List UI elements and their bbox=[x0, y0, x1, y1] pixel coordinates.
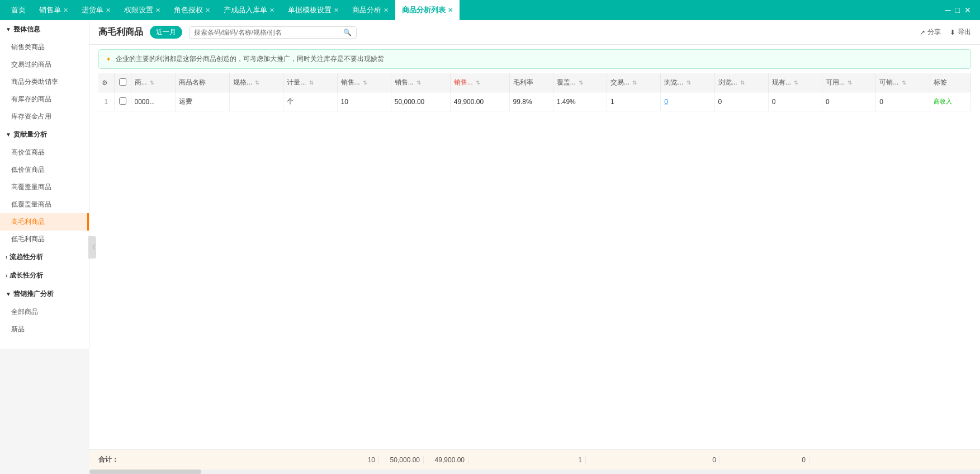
sidebar-item-high-value[interactable]: 高价值商品 bbox=[0, 144, 89, 161]
nav-analysis-list[interactable]: 商品分析列表 ✕ bbox=[395, 0, 460, 20]
sidebar-item-low-coverage[interactable]: 低覆盖量商品 bbox=[0, 196, 89, 213]
search-input[interactable] bbox=[194, 29, 341, 36]
row-spec bbox=[230, 92, 283, 111]
sort-view2[interactable]: ⇅ bbox=[740, 79, 745, 86]
data-table: ⚙ 商... ⇅ 商品名称 规格... bbox=[98, 73, 971, 111]
footer-bar: 合计： 10 50,000.00 49,900.00 1 0 0 bbox=[89, 449, 980, 470]
sidebar-item-traded-goods[interactable]: 交易过的商品 bbox=[0, 56, 89, 73]
nav-permissions-close[interactable]: ✕ bbox=[155, 0, 160, 20]
top-nav: 首页 销售单 ✕ 进货单 ✕ 权限设置 ✕ 角色授权 ✕ 产成品入库单 ✕ 单据… bbox=[0, 0, 980, 20]
sidebar-item-sales-goods[interactable]: 销售类商品 bbox=[0, 39, 89, 56]
sidebar-section-contribution[interactable]: ▼ 贡献量分析 bbox=[0, 125, 89, 144]
search-box: 🔍 bbox=[189, 26, 357, 39]
sort-stock-avail[interactable]: ⇅ bbox=[848, 79, 852, 86]
sidebar-wrapper: ▼ 整体信息 销售类商品 交易过的商品 商品分类助销率 有库存的商品 库存资金占… bbox=[0, 20, 89, 474]
window-controls: ─ □ ✕ bbox=[941, 6, 976, 15]
col-sale-amount: 销售... ⇅ bbox=[391, 73, 450, 92]
sort-unit[interactable]: ⇅ bbox=[309, 79, 314, 86]
sort-sale-qty[interactable]: ⇅ bbox=[363, 79, 367, 86]
row-sale-amount: 50,000.00 bbox=[391, 92, 450, 111]
sidebar-item-low-margin[interactable]: 低毛利商品 bbox=[0, 231, 89, 248]
nav-analysis[interactable]: 商品分析 ✕ bbox=[345, 0, 395, 20]
sidebar-section-overview[interactable]: ▼ 整体信息 bbox=[0, 20, 89, 39]
nav-analysis-list-close[interactable]: ✕ bbox=[448, 0, 453, 20]
col-name: 商品名称 bbox=[175, 73, 229, 92]
sidebar-collapse-btn[interactable]: 《 bbox=[88, 236, 96, 259]
row-stock-avail: 0 bbox=[822, 92, 876, 111]
table-row: 1 0000... 运费 个 10 50,000.00 49,900.00 99… bbox=[98, 92, 971, 111]
sidebar-item-high-coverage[interactable]: 高覆盖量商品 bbox=[0, 179, 89, 196]
col-view1: 浏览... ⇅ bbox=[661, 73, 714, 92]
nav-sales[interactable]: 销售单 ✕ bbox=[32, 0, 75, 20]
section-arrow-marketing: ▼ bbox=[6, 291, 11, 297]
nav-analysis-close[interactable]: ✕ bbox=[384, 0, 389, 20]
col-settings[interactable]: ⚙ bbox=[98, 73, 114, 92]
sidebar: ▼ 整体信息 销售类商品 交易过的商品 商品分类助销率 有库存的商品 库存资金占… bbox=[0, 20, 89, 349]
sort-stock-current[interactable]: ⇅ bbox=[794, 79, 798, 86]
nav-roles[interactable]: 角色授权 ✕ bbox=[167, 0, 217, 20]
nav-template-close[interactable]: ✕ bbox=[334, 0, 339, 20]
nav-sales-close[interactable]: ✕ bbox=[63, 0, 68, 20]
col-stock-avail: 可用... ⇅ bbox=[822, 73, 876, 92]
row-view1[interactable]: 0 bbox=[661, 92, 714, 111]
row-stock-sale: 0 bbox=[876, 92, 930, 111]
share-icon: ↗ bbox=[920, 29, 925, 36]
col-spec: 规格... ⇅ bbox=[230, 73, 283, 92]
row-code: 0000... bbox=[131, 92, 175, 111]
nav-home[interactable]: 首页 bbox=[4, 0, 32, 20]
sidebar-item-high-margin[interactable]: 高毛利商品 bbox=[0, 213, 89, 231]
row-stock-current: 0 bbox=[768, 92, 822, 111]
sort-spec[interactable]: ⇅ bbox=[255, 79, 259, 86]
settings-icon[interactable]: ⚙ bbox=[102, 79, 108, 87]
nav-warehouse-close[interactable]: ✕ bbox=[269, 0, 274, 20]
col-checkbox bbox=[114, 73, 131, 92]
sidebar-item-new-goods[interactable]: 新品 bbox=[0, 321, 89, 338]
row-view2: 0 bbox=[714, 92, 768, 111]
nav-purchase[interactable]: 进货单 ✕ bbox=[75, 0, 117, 20]
row-checkbox[interactable] bbox=[114, 92, 131, 111]
sort-sale-cost[interactable]: ⇅ bbox=[476, 79, 480, 86]
col-coverage: 覆盖... ⇅ bbox=[553, 73, 607, 92]
main-layout: ▼ 整体信息 销售类商品 交易过的商品 商品分类助销率 有库存的商品 库存资金占… bbox=[0, 20, 980, 474]
col-stock-sale: 可销... ⇅ bbox=[876, 73, 930, 92]
sidebar-section-growth[interactable]: › 成长性分析 bbox=[0, 266, 89, 285]
search-icon[interactable]: 🔍 bbox=[343, 29, 352, 36]
row-sale-qty: 10 bbox=[337, 92, 391, 111]
nav-roles-close[interactable]: ✕ bbox=[205, 0, 210, 20]
sort-coverage[interactable]: ⇅ bbox=[579, 79, 583, 86]
sort-trade[interactable]: ⇅ bbox=[632, 79, 637, 86]
sidebar-item-stock-fund[interactable]: 库存资金占用 bbox=[0, 108, 89, 125]
row-trade: 1 bbox=[607, 92, 661, 111]
section-arrow-growth: › bbox=[6, 273, 7, 279]
sidebar-item-all-goods[interactable]: 全部商品 bbox=[0, 303, 89, 321]
row-name: 运费 bbox=[175, 92, 229, 111]
sidebar-item-low-value[interactable]: 低价值商品 bbox=[0, 161, 89, 179]
nav-permissions[interactable]: 权限设置 ✕ bbox=[117, 0, 167, 20]
maximize-icon[interactable]: □ bbox=[955, 6, 960, 15]
filter-recent-month[interactable]: 近一月 bbox=[150, 26, 182, 39]
export-button[interactable]: ⬇ 导出 bbox=[950, 27, 971, 37]
nav-warehouse[interactable]: 产成品入库单 ✕ bbox=[217, 0, 281, 20]
minimize-icon[interactable]: ─ bbox=[945, 6, 951, 15]
content-header: 高毛利商品 近一月 🔍 ↗ 分享 ⬇ 导出 bbox=[89, 20, 980, 45]
share-button[interactable]: ↗ 分享 bbox=[920, 27, 941, 37]
sidebar-section-trend[interactable]: › 流趋性分析 bbox=[0, 248, 89, 266]
row-tag: 高收入 bbox=[930, 92, 970, 111]
nav-template[interactable]: 单据模板设置 ✕ bbox=[281, 0, 345, 20]
notice-bar: ✦ 企业的主要的利润都是这部分商品创造的，可考虑加大推广，同时关注库存是不要出现… bbox=[98, 49, 971, 69]
header-actions: ↗ 分享 ⬇ 导出 bbox=[920, 27, 971, 37]
close-icon[interactable]: ✕ bbox=[964, 6, 971, 15]
nav-purchase-close[interactable]: ✕ bbox=[106, 0, 111, 20]
sort-stock-sale[interactable]: ⇅ bbox=[902, 79, 906, 86]
sort-view1[interactable]: ⇅ bbox=[687, 79, 691, 86]
sort-sale-amount[interactable]: ⇅ bbox=[416, 79, 421, 86]
table-wrapper[interactable]: ⚙ 商... ⇅ 商品名称 规格... bbox=[89, 73, 980, 449]
sidebar-item-stock-goods[interactable]: 有库存的商品 bbox=[0, 91, 89, 108]
sort-code[interactable]: ⇅ bbox=[150, 79, 154, 86]
content-title: 高毛利商品 bbox=[98, 26, 143, 38]
section-arrow-trend: › bbox=[6, 254, 7, 260]
sidebar-item-category-rate[interactable]: 商品分类助销率 bbox=[0, 73, 89, 91]
select-all-checkbox[interactable] bbox=[119, 78, 126, 86]
sidebar-section-marketing[interactable]: ▼ 营销推广分析 bbox=[0, 285, 89, 303]
scrollbar-area[interactable] bbox=[89, 470, 980, 474]
